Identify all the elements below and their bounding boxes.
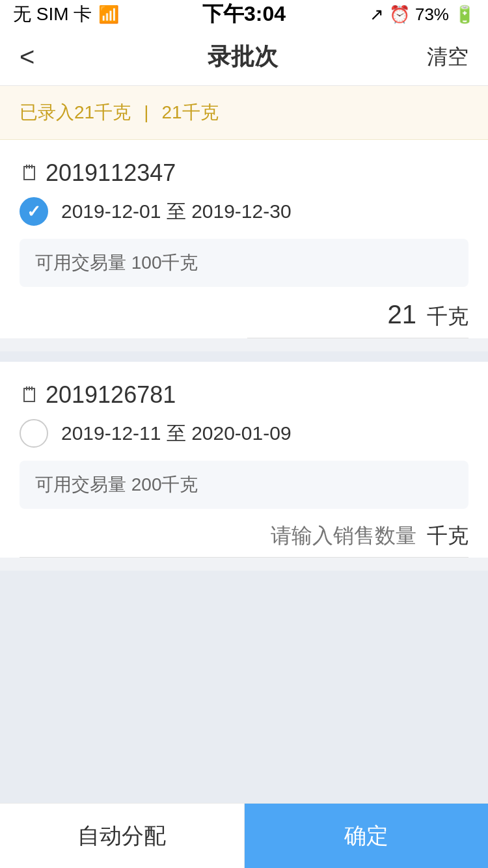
- input-unit-2: 千克: [427, 522, 468, 550]
- auto-distribute-button[interactable]: 自动分配: [0, 804, 245, 868]
- amount-row-1: 21 千克: [0, 287, 488, 338]
- info-banner: 已录入21千克 | 21千克: [0, 86, 488, 140]
- battery-icon: 🔋: [454, 5, 475, 25]
- batch-header-2: 🗒 2019126781: [20, 381, 468, 409]
- batch-date-row-1: ✓ 2019-12-01 至 2019-12-30: [20, 197, 468, 226]
- clear-button[interactable]: 清空: [427, 43, 468, 72]
- batch-doc-icon-2: 🗒: [20, 383, 40, 407]
- alarm-icon: ⏰: [389, 5, 410, 25]
- check-icon-1: ✓: [27, 202, 41, 222]
- batch-card-1: 🗒 2019112347 ✓ 2019-12-01 至 2019-12-30 可…: [0, 140, 488, 338]
- battery-text: 73%: [415, 5, 449, 25]
- recorded-label: 已录入21千克: [20, 100, 131, 125]
- status-left: 无 SIM 卡 📶: [13, 2, 119, 27]
- batch-header-1: 🗒 2019112347: [20, 159, 468, 187]
- nav-bar: < 录批次 清空: [0, 29, 488, 86]
- main-content: 已录入21千克 | 21千克 🗒 2019112347 ✓ 2019-12-01…: [0, 86, 488, 868]
- page-title: 录批次: [208, 41, 278, 73]
- amount-underline-1: [247, 338, 468, 338]
- status-bar: 无 SIM 卡 📶 下午3:04 ↗ ⏰ 73% 🔋: [0, 0, 488, 29]
- section-divider: [0, 351, 488, 362]
- location-icon: ↗: [370, 5, 384, 25]
- banner-divider: |: [144, 102, 148, 123]
- batch-item-2: 🗒 2019126781 2019-12-11 至 2020-01-09 可用交…: [0, 362, 488, 509]
- bottom-bar: 自动分配 确定: [0, 803, 488, 868]
- batch-doc-icon-1: 🗒: [20, 161, 40, 185]
- batch-radio-2[interactable]: [20, 419, 48, 448]
- recorded-value: 21千克: [161, 100, 218, 125]
- batch-availability-1: 可用交易量 100千克: [20, 239, 468, 287]
- bottom-spacer: [0, 571, 488, 831]
- batch-item-1: 🗒 2019112347 ✓ 2019-12-01 至 2019-12-30 可…: [0, 140, 488, 287]
- input-row-2: 千克: [0, 509, 488, 557]
- status-time: 下午3:04: [202, 0, 286, 29]
- confirm-button[interactable]: 确定: [245, 804, 489, 868]
- amount-unit-1: 千克: [427, 303, 468, 331]
- batch-date-row-2: 2019-12-11 至 2020-01-09: [20, 419, 468, 448]
- carrier-text: 无 SIM 卡: [13, 2, 92, 27]
- batch-number-2: 2019126781: [46, 381, 176, 409]
- input-underline-2: [20, 557, 468, 558]
- batch-availability-2: 可用交易量 200千克: [20, 461, 468, 509]
- wifi-icon: 📶: [98, 5, 119, 25]
- batch-card-2: 🗒 2019126781 2019-12-11 至 2020-01-09 可用交…: [0, 362, 488, 558]
- batch-radio-1[interactable]: ✓: [20, 197, 48, 226]
- status-right: ↗ ⏰ 73% 🔋: [370, 5, 475, 25]
- batch-date-1: 2019-12-01 至 2019-12-30: [61, 198, 291, 225]
- amount-value-1: 21: [388, 300, 417, 329]
- sales-quantity-input[interactable]: [20, 524, 416, 548]
- back-button[interactable]: <: [20, 42, 59, 72]
- batch-number-1: 2019112347: [46, 159, 176, 187]
- batch-date-2: 2019-12-11 至 2020-01-09: [61, 420, 291, 447]
